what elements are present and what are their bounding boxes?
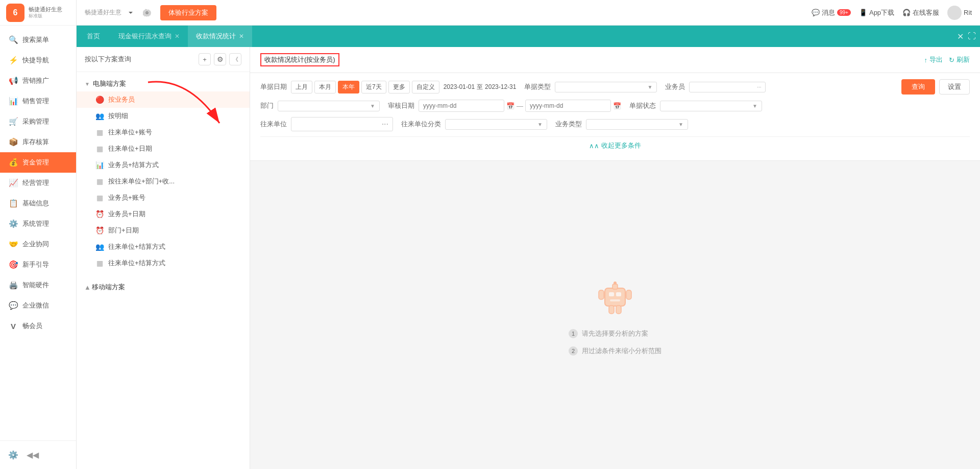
sidebar-item-marketing[interactable]: 📢 营销推广	[0, 71, 76, 91]
date-this-month[interactable]: 本月	[314, 81, 336, 93]
app-download-action[interactable]: 📱 App下载	[859, 8, 894, 17]
trial-button[interactable]: 体验行业方案	[160, 5, 216, 20]
filter-actions: 查询 设置	[901, 79, 970, 95]
settings-bottom-icon[interactable]: ⚙️	[8, 450, 18, 460]
sidebar-item-inventory[interactable]: 📦 库存核算	[0, 132, 76, 152]
right-content: 收款情况统计(按业务员) ↑ 导出 ↻ 刷新	[250, 47, 980, 469]
scheme-item-by-salesperson[interactable]: 🔴 按业务员	[77, 91, 250, 108]
sidebar-item-sales[interactable]: 📊 销售管理	[0, 91, 76, 111]
scheme-item-unit-dept-collect[interactable]: ▦ 按往来单位+部门+收...	[77, 173, 250, 190]
sidebar-item-finance[interactable]: 💰 资金管理	[0, 152, 76, 173]
sidebar-item-guide[interactable]: 🎯 新手引导	[0, 254, 76, 275]
counterpart-class-filter: 往来单位分类 ▼	[401, 119, 547, 130]
sidebar-item-operation[interactable]: 📈 经营管理	[0, 173, 76, 193]
unit-settle2-icon: ▦	[95, 259, 104, 268]
sidebar-item-search[interactable]: 🔍 搜索菜单	[0, 30, 76, 50]
left-panel: 按以下方案查询 + ⚙ 《	[77, 47, 250, 469]
salesperson-filter: 业务员 ···	[665, 82, 766, 92]
counterpart-select[interactable]: ···	[291, 117, 393, 131]
counterpart-class-select[interactable]: ▼	[445, 119, 547, 130]
date-last-month[interactable]: 上月	[291, 81, 312, 93]
biz-type-label: 业务类型	[555, 120, 582, 129]
scheme-item-salesperson-settle[interactable]: 📊 业务员+结算方式	[77, 157, 250, 173]
scheme-settings-button[interactable]: ⚙	[214, 53, 226, 65]
tab-close-all-icon[interactable]: ✕	[957, 32, 964, 41]
tab-home[interactable]: 首页	[77, 26, 110, 47]
scheme-item-unit-settle1[interactable]: 👥 往来单位+结算方式	[77, 239, 250, 255]
header-gear-icon[interactable]	[140, 6, 154, 20]
inventory-icon: 📦	[8, 137, 18, 147]
audit-date-end-input[interactable]	[525, 100, 611, 112]
user-avatar-area[interactable]: Rit	[947, 6, 972, 20]
message-action[interactable]: 💬 消息 99+	[812, 8, 851, 17]
tab-expand-icon[interactable]: ⛶	[968, 32, 976, 41]
refresh-button[interactable]: ↻ 刷新	[949, 55, 970, 64]
pc-section-title[interactable]: ▼ 电脑端方案	[77, 76, 250, 91]
doc-status-select[interactable]: ▼	[660, 101, 762, 111]
audit-date-start-input[interactable]	[419, 100, 504, 112]
sidebar-item-basic[interactable]: 📋 基础信息	[0, 193, 76, 214]
system-icon: ⚙️	[8, 219, 18, 229]
date-options: 上月 本月 本年 近7天 更多 自定义	[291, 81, 439, 93]
dept-select[interactable]: ▼	[278, 101, 380, 111]
scheme-item-by-detail[interactable]: 👥 按明细	[77, 108, 250, 124]
audit-date-end-icon[interactable]: 📅	[613, 102, 621, 110]
audit-date-group: 📅 — 📅	[419, 100, 621, 112]
query-button[interactable]: 查询	[901, 79, 935, 95]
filter-row-2: 部门 ▼ 审核日期 📅 — 📅	[260, 100, 970, 112]
sidebar-item-member[interactable]: V 畅会员	[0, 316, 76, 336]
date-this-year[interactable]: 本年	[338, 81, 359, 93]
sidebar-item-wechat[interactable]: 💬 企业微信	[0, 295, 76, 316]
top-header: 畅捷通好生意 体验行业方案 💬 消息 99+ 📱 App下载 🎧 在线客服	[77, 0, 980, 26]
collapse-panel-button[interactable]: 《	[229, 53, 241, 65]
counterpart-label: 往来单位	[260, 120, 287, 129]
date-custom[interactable]: 自定义	[412, 81, 439, 93]
audit-date-filter: 审核日期 📅 — 📅	[388, 100, 621, 112]
header-dropdown[interactable]	[128, 10, 134, 16]
audit-date-dash: —	[517, 102, 523, 110]
svg-rect-3	[616, 292, 621, 296]
scheme-item-salesperson-date[interactable]: ⏰ 业务员+日期	[77, 206, 250, 222]
scheme-item-unit-account[interactable]: ▦ 往来单位+账号	[77, 124, 250, 140]
tab-bank[interactable]: 现金银行流水查询 ✕	[110, 26, 188, 47]
logo-badge: 标准版	[29, 13, 62, 19]
doc-type-select[interactable]: ▼	[555, 82, 657, 92]
counterpart-more-btn[interactable]: ···	[382, 120, 388, 129]
collapse-more-btn[interactable]: ∧∧ 收起更多条件	[260, 136, 970, 154]
scheme-item-unit-settle2[interactable]: ▦ 往来单位+结算方式	[77, 255, 250, 271]
empty-hints: 1 请先选择要分析的方案 2 用过滤条件来缩小分析范围	[569, 327, 662, 358]
biz-type-select[interactable]: ▼	[586, 119, 688, 130]
mobile-section-expand-icon: ▶	[84, 285, 90, 289]
export-button[interactable]: ↑ 导出	[924, 55, 943, 64]
biz-type-chevron: ▼	[678, 122, 683, 127]
quicknav-icon: ⚡	[8, 55, 18, 65]
logo-icon: 6	[6, 4, 24, 22]
scheme-item-salesperson-account[interactable]: ▦ 业务员+账号	[77, 190, 250, 206]
scheme-item-dept-date[interactable]: ⏰ 部门+日期	[77, 222, 250, 239]
tab-receipts-close[interactable]: ✕	[239, 33, 244, 40]
user-avatar	[947, 6, 962, 20]
date-more[interactable]: 更多	[388, 81, 410, 93]
panel-title: 按以下方案查询	[85, 55, 199, 64]
scheme-item-unit-date[interactable]: ▦ 往来单位+日期	[77, 140, 250, 157]
online-service-action[interactable]: 🎧 在线客服	[902, 8, 939, 17]
set-button[interactable]: 设置	[939, 79, 970, 95]
sidebar-item-purchase[interactable]: 🛒 采购管理	[0, 111, 76, 132]
sidebar-item-hardware[interactable]: 🖨️ 智能硬件	[0, 275, 76, 295]
app-download-icon: 📱	[859, 9, 867, 16]
breadcrumb: 畅捷通好生意	[85, 8, 121, 17]
collapse-sidebar-icon[interactable]: ◀◀	[27, 450, 39, 460]
enterprise-icon: 🤝	[8, 239, 18, 249]
date-last-7days[interactable]: 近7天	[361, 81, 386, 93]
sidebar-item-quicknav[interactable]: ⚡ 快捷导航	[0, 50, 76, 71]
mobile-section-title[interactable]: ▶ 移动端方案	[77, 279, 250, 295]
sidebar-item-system[interactable]: ⚙️ 系统管理	[0, 214, 76, 234]
tab-bank-close[interactable]: ✕	[175, 33, 180, 40]
tab-receipts[interactable]: 收款情况统计 ✕	[188, 26, 252, 47]
audit-date-start-icon[interactable]: 📅	[506, 102, 514, 110]
add-scheme-button[interactable]: +	[199, 53, 211, 65]
sidebar-item-enterprise[interactable]: 🤝 企业协同	[0, 234, 76, 254]
tab-bar-right: ✕ ⛶	[957, 32, 980, 41]
message-badge: 99+	[837, 9, 851, 16]
salesperson-select[interactable]: ···	[689, 82, 766, 92]
